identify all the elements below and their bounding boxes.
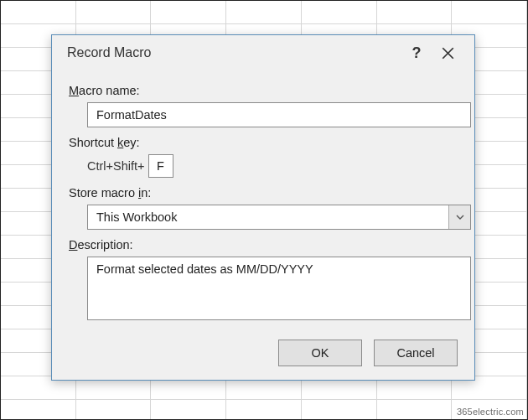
macro-name-label: Macro name: (69, 84, 458, 97)
dialog-body: Macro name: Shortcut key: Ctrl+Shift+ St… (52, 70, 474, 323)
description-input[interactable] (87, 257, 471, 320)
spreadsheet-cell[interactable] (151, 1, 226, 24)
spreadsheet-cell[interactable] (452, 1, 527, 24)
close-icon (442, 47, 454, 60)
shortcut-key-input[interactable] (148, 154, 173, 178)
spreadsheet-cell[interactable] (76, 1, 152, 24)
shortcut-key-label: Shortcut key: (69, 136, 458, 149)
close-button[interactable] (431, 44, 464, 62)
spreadsheet-cell[interactable] (1, 400, 76, 420)
store-macro-select[interactable]: This Workbook (87, 205, 471, 230)
spreadsheet-cell[interactable] (302, 400, 377, 420)
store-macro-value: This Workbook (88, 210, 448, 224)
description-label: Description: (69, 238, 458, 251)
store-macro-label: Store macro in: (69, 186, 458, 200)
spreadsheet-cell[interactable] (377, 1, 453, 24)
watermark-text: 365electric.com (457, 407, 524, 417)
ok-button[interactable]: OK (278, 340, 362, 366)
help-button[interactable]: ? (402, 44, 431, 62)
macro-name-input[interactable] (87, 102, 471, 127)
spreadsheet-cell[interactable] (76, 400, 152, 420)
dialog-titlebar: Record Macro ? (52, 35, 474, 70)
dialog-title: Record Macro (67, 45, 402, 60)
spreadsheet-cell[interactable] (377, 400, 453, 420)
shortcut-prefix-text: Ctrl+Shift+ (87, 159, 145, 173)
spreadsheet-cell[interactable] (151, 400, 226, 420)
cancel-button[interactable]: Cancel (374, 340, 458, 366)
shortcut-row: Ctrl+Shift+ (87, 154, 458, 178)
dropdown-button[interactable] (448, 205, 470, 229)
spreadsheet-cell[interactable] (302, 1, 377, 24)
dialog-button-row: OK Cancel (52, 340, 458, 366)
record-macro-dialog: Record Macro ? Macro name: Shortcut key:… (51, 34, 475, 381)
spreadsheet-cell[interactable] (1, 1, 76, 24)
spreadsheet-cell[interactable] (226, 400, 302, 420)
spreadsheet-cell[interactable] (226, 1, 302, 24)
chevron-down-icon (456, 215, 464, 220)
